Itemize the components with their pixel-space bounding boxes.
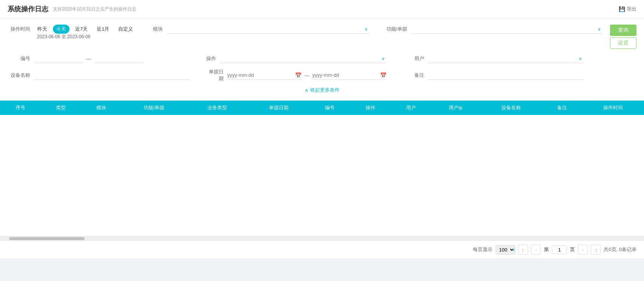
page-title: 系统操作日志 — [8, 5, 48, 14]
user-label: 用户 — [402, 55, 428, 62]
doc-date-start[interactable] — [227, 71, 293, 79]
doc-date-end-wrapper: 📅 — [312, 71, 386, 80]
no-input-end[interactable] — [94, 54, 143, 63]
device-label: 设备名称 — [8, 72, 34, 79]
no-dash: — — [83, 56, 94, 62]
first-page-button[interactable]: |‹ — [518, 245, 528, 255]
col-operation: 操作 — [350, 101, 391, 115]
time-buttons: 昨天 今天 近7天 近1月 自定义 — [34, 25, 136, 34]
function-label: 功能/单据 — [385, 26, 411, 33]
page-header: 系统操作日志 支持2020年10月31日之后产生的操作日志 💾 导出 — [0, 0, 644, 19]
page-size-select[interactable]: 10 20 50 100 200 — [496, 245, 515, 255]
next-page-icon: › — [582, 247, 584, 253]
col-function: 功能/单据 — [122, 101, 186, 115]
filter-area: 操作时间 昨天 今天 近7天 近1月 自定义 2023-06-06 至 2023… — [0, 19, 644, 101]
function-select-wrapper: ∨ — [411, 25, 602, 34]
horizontal-scrollbar[interactable] — [0, 236, 644, 241]
operation-select[interactable] — [220, 54, 387, 63]
col-op-time: 操作时间 — [582, 101, 644, 115]
user-select-wrapper: ∨ — [428, 54, 584, 63]
collapse-button[interactable]: ∧ 收起更多条件 — [305, 87, 340, 93]
settings-button[interactable]: 设置 — [610, 37, 636, 49]
time-btn-1month[interactable]: 近1月 — [93, 25, 113, 34]
doc-date-start-wrapper: 📅 — [227, 71, 301, 80]
module-label: 模块 — [151, 26, 167, 33]
export-icon: 💾 — [619, 6, 625, 12]
export-label: 导出 — [627, 6, 636, 12]
operation-select-wrapper: ∨ — [220, 54, 387, 63]
time-label: 操作时间 — [8, 26, 34, 33]
col-device: 设备名称 — [480, 101, 542, 115]
time-btn-custom[interactable]: 自定义 — [115, 25, 136, 34]
doc-date-dash: — — [301, 73, 312, 78]
page-suffix: 页 — [570, 246, 575, 253]
empty-area — [0, 115, 644, 236]
page-prefix: 第 — [544, 246, 549, 253]
col-user: 用户 — [391, 101, 431, 115]
calendar-start-icon[interactable]: 📅 — [295, 72, 301, 78]
time-btn-7days[interactable]: 近7天 — [72, 25, 91, 34]
date-range-display: 2023-06-06 至 2023-06-06 — [37, 34, 90, 39]
time-btn-yesterday[interactable]: 昨天 — [34, 25, 51, 34]
doc-date-end[interactable] — [312, 71, 378, 79]
user-select[interactable] — [428, 54, 584, 63]
col-module: 模块 — [81, 101, 122, 115]
time-btn-today[interactable]: 今天 — [53, 25, 69, 34]
query-button[interactable]: 查询 — [610, 25, 636, 36]
doc-date-label: 单据日期 — [205, 68, 227, 82]
per-page-label: 每页显示 — [473, 246, 493, 253]
col-remark: 备注 — [542, 101, 582, 115]
device-input[interactable] — [34, 71, 190, 80]
total-info: 共0页, 0条记录 — [604, 246, 636, 253]
action-buttons: 查询 设置 — [610, 25, 636, 49]
page-subtitle: 支持2020年10月31日之后产生的操作日志 — [53, 6, 136, 12]
table-container: 序号 类型 模块 功能/单据 业务类型 单据日期 编号 操作 用户 用户ip 设… — [0, 101, 644, 115]
calendar-end-icon[interactable]: 📅 — [380, 72, 386, 78]
module-select[interactable] — [167, 25, 369, 33]
prev-page-button[interactable]: ‹ — [531, 245, 541, 255]
export-button[interactable]: 💾 导出 — [619, 6, 636, 12]
last-page-button[interactable]: ›| — [591, 245, 601, 255]
no-input-start[interactable] — [34, 54, 83, 63]
collapse-label: 收起更多条件 — [310, 87, 340, 93]
col-seq: 序号 — [0, 101, 40, 115]
scrollbar-thumb[interactable] — [9, 237, 85, 240]
col-doc-date: 单据日期 — [248, 101, 309, 115]
module-select-wrapper: ∨ — [167, 25, 369, 34]
prev-page-icon: ‹ — [535, 247, 537, 253]
header-row: 序号 类型 模块 功能/单据 业务类型 单据日期 编号 操作 用户 用户ip 设… — [0, 101, 644, 115]
main-content: 序号 类型 模块 功能/单据 业务类型 单据日期 编号 操作 用户 用户ip 设… — [0, 101, 644, 258]
collapse-arrow-icon: ∧ — [305, 87, 309, 93]
data-table: 序号 类型 模块 功能/单据 业务类型 单据日期 编号 操作 用户 用户ip 设… — [0, 101, 644, 115]
first-page-icon: |‹ — [522, 247, 525, 253]
remark-input[interactable] — [428, 71, 584, 80]
page-number-input[interactable] — [552, 245, 567, 254]
col-user-ip: 用户ip — [431, 101, 480, 115]
no-label: 编号 — [8, 55, 34, 62]
function-select[interactable] — [411, 25, 602, 33]
col-type: 类型 — [40, 101, 81, 115]
collapse-row: ∧ 收起更多条件 — [8, 84, 636, 97]
next-page-button[interactable]: › — [578, 245, 588, 255]
remark-label: 备注 — [402, 72, 428, 79]
col-biz-type: 业务类型 — [186, 101, 248, 115]
operation-label: 操作 — [205, 55, 220, 62]
col-no: 编号 — [310, 101, 350, 115]
table-header: 序号 类型 模块 功能/单据 业务类型 单据日期 编号 操作 用户 用户ip 设… — [0, 101, 644, 115]
pagination-bar: 每页显示 10 20 50 100 200 ∨ |‹ ‹ 第 页 › ›| 共0… — [0, 241, 644, 258]
last-page-icon: ›| — [594, 247, 597, 253]
